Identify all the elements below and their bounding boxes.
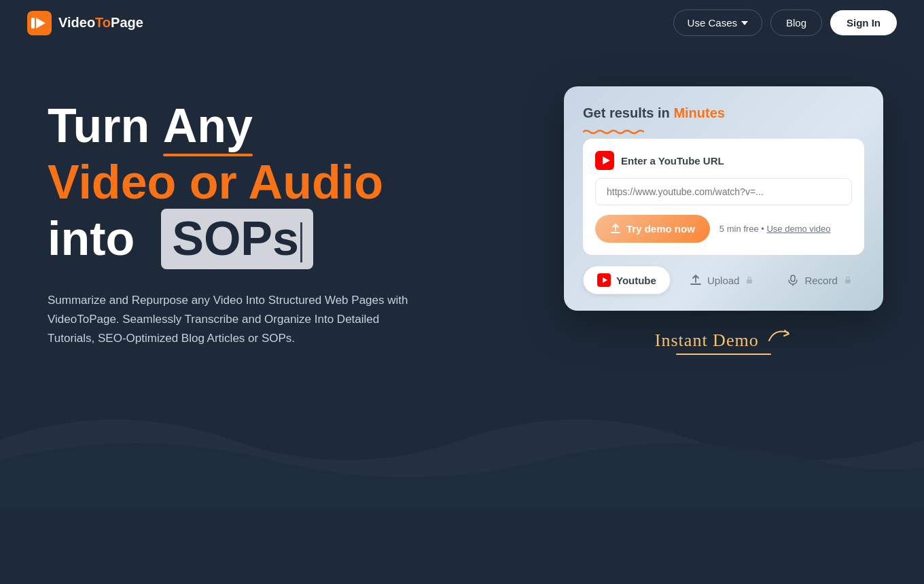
tab-record[interactable]: Record — [773, 267, 866, 293]
svg-rect-8 — [791, 275, 795, 281]
signin-label: Sign In — [847, 17, 881, 29]
hero-right: Get results in Minutes Enter a YouTube U… — [564, 86, 883, 359]
tab-upload-label: Upload — [707, 275, 740, 286]
youtube-url-input[interactable] — [595, 178, 852, 205]
headline-into: into SOPs — [48, 209, 414, 269]
card-tabs: Youtube Upload — [583, 266, 864, 294]
nav-right: Use Cases Blog Sign In — [673, 10, 897, 36]
svg-rect-10 — [845, 279, 851, 284]
blog-button[interactable]: Blog — [770, 10, 822, 36]
youtube-icon — [595, 151, 614, 170]
logo: VideoToPage — [27, 11, 143, 35]
demo-note: 5 min free • Use demo video — [719, 224, 831, 234]
tab-youtube-icon — [597, 273, 611, 287]
use-cases-button[interactable]: Use Cases — [673, 10, 762, 36]
chevron-down-icon — [741, 21, 748, 25]
headline-video-audio: Video or Audio — [48, 156, 414, 209]
tab-youtube[interactable]: Youtube — [583, 266, 671, 294]
card-title: Get results in Minutes — [583, 105, 864, 126]
logo-text: VideoToPage — [58, 15, 143, 31]
use-demo-video-link[interactable]: Use demo video — [766, 224, 830, 234]
upload-lock-icon — [745, 275, 754, 285]
arrow-icon — [768, 327, 792, 346]
card-input-label: Enter a YouTube URL — [595, 151, 852, 170]
use-cases-label: Use Cases — [688, 17, 737, 29]
hero-headline: Turn Any Video or Audio into SOPs — [48, 100, 414, 269]
upload-icon — [690, 274, 702, 286]
signin-button[interactable]: Sign In — [830, 10, 897, 35]
blog-label: Blog — [786, 17, 806, 29]
headline-any: Any — [163, 100, 253, 156]
headline-turn: Turn — [48, 99, 149, 152]
cursor — [300, 222, 302, 263]
tab-record-label: Record — [804, 275, 837, 286]
youtube-url-label: Enter a YouTube URL — [621, 155, 724, 167]
microphone-icon — [787, 274, 799, 286]
hero-left: Turn Any Video or Audio into SOPs Summar… — [48, 86, 414, 348]
navbar: VideoToPage Use Cases Blog Sign In — [0, 0, 924, 46]
instant-demo: Instant Demo — [564, 327, 883, 359]
demo-icon — [610, 224, 621, 235]
hero-description: Summarize and Repurpose any Video Into S… — [48, 291, 414, 348]
conversion-card: Get results in Minutes Enter a YouTube U… — [564, 86, 883, 311]
logo-icon — [27, 11, 52, 35]
card-title-get: Get results in — [583, 105, 670, 120]
hero-section: Turn Any Video or Audio into SOPs Summar… — [0, 46, 924, 508]
try-demo-label: Try demo now — [626, 223, 695, 235]
record-lock-icon — [843, 275, 853, 285]
svg-rect-7 — [747, 279, 752, 284]
card-title-minutes: Minutes — [673, 105, 725, 120]
sops-box: SOPs — [161, 209, 313, 269]
card-actions: Try demo now 5 min free • Use demo video — [595, 215, 852, 243]
minutes-underline-wave — [583, 129, 644, 135]
wave-background — [0, 372, 924, 508]
card-input-section: Enter a YouTube URL Try demo now 5 min f… — [583, 139, 864, 255]
tab-upload[interactable]: Upload — [676, 267, 768, 293]
instant-demo-underline — [676, 354, 771, 355]
svg-rect-2 — [31, 18, 35, 29]
try-demo-button[interactable]: Try demo now — [595, 215, 710, 243]
instant-demo-text: Instant Demo — [655, 330, 759, 350]
tab-youtube-label: Youtube — [616, 275, 656, 286]
